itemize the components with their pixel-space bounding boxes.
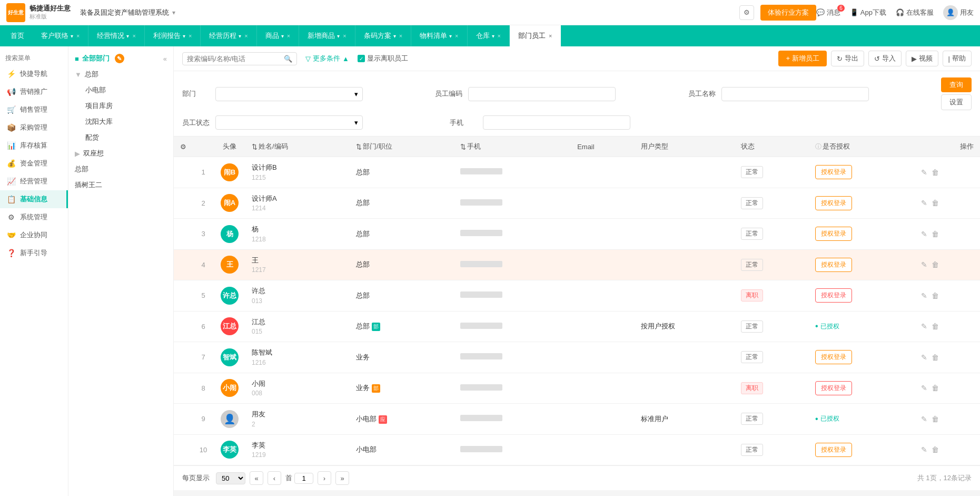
sidebar-item-marketing[interactable]: 📢 营销推广 <box>0 83 68 101</box>
dept-node-distribution[interactable]: 配货 <box>68 130 173 145</box>
search-button[interactable]: 查询 <box>941 77 972 92</box>
edit-icon[interactable]: ✎ <box>921 415 927 423</box>
delete-icon[interactable]: 🗑 <box>932 415 939 423</box>
edit-icon[interactable]: ✎ <box>921 230 927 238</box>
emp-code-input[interactable] <box>468 87 616 101</box>
dept-node-general2[interactable]: 总部 <box>68 161 173 177</box>
col-dept[interactable]: ⇅ 部门/职位 <box>350 137 454 157</box>
tab-goods[interactable]: 商品 ▾× <box>257 25 299 46</box>
edit-icon[interactable]: ✎ <box>921 291 927 300</box>
sort-dept[interactable]: ⇅ 部门/职位 <box>356 142 448 151</box>
dept-node-double-think[interactable]: ▶双座想 <box>68 145 173 161</box>
auth-login-button[interactable]: 授权登录 <box>815 443 852 457</box>
auth-login-button[interactable]: 授权登录 <box>815 258 852 272</box>
delete-icon[interactable]: 🗑 <box>932 199 939 207</box>
service-button[interactable]: 🎧 在线客服 <box>896 8 934 17</box>
sidebar-item-inventory[interactable]: 📊 库存核算 <box>0 137 68 154</box>
emp-name-input[interactable] <box>721 87 869 101</box>
tab-close-icon[interactable]: × <box>455 33 458 39</box>
sort-name[interactable]: ⇅ 姓名/编码 <box>252 142 343 151</box>
gear-button[interactable]: ⚙ <box>739 5 754 20</box>
sidebar-item-operation[interactable]: 📈 经营管理 <box>0 172 68 190</box>
search-input[interactable] <box>187 55 282 63</box>
help-button[interactable]: | 帮助 <box>943 51 972 66</box>
delete-icon[interactable]: 🗑 <box>932 260 939 269</box>
auth-login-button[interactable]: 授权登录 <box>815 227 852 241</box>
tab-profit[interactable]: 利润报告 ▾× <box>145 25 201 46</box>
tab-management[interactable]: 经营情况 ▾× <box>88 25 144 46</box>
dept-select[interactable]: ▾ <box>215 87 363 101</box>
delete-icon[interactable]: 🗑 <box>932 322 939 330</box>
import-button[interactable]: ↺ 导入 <box>868 51 902 66</box>
collapse-tree-button[interactable]: « <box>163 55 167 63</box>
status-select[interactable]: ▾ <box>215 115 363 130</box>
sidebar-item-finance[interactable]: 💰 资金管理 <box>0 154 68 172</box>
col-gear[interactable]: ⚙ <box>174 137 193 157</box>
tab-customer[interactable]: 客户联络 ▾× <box>33 25 88 46</box>
edit-icon[interactable]: ✎ <box>921 384 927 392</box>
dept-node-shenyang[interactable]: 沈阳大库 <box>68 114 173 130</box>
col-name[interactable]: ⇅ 姓名/编码 <box>245 137 350 157</box>
auth-login-button[interactable]: 授权登录 <box>815 288 852 303</box>
tab-close-icon[interactable]: × <box>244 33 248 39</box>
tab-dept-staff[interactable]: 部门员工 × <box>510 25 561 46</box>
edit-dept-icon[interactable]: ✎ <box>115 54 124 63</box>
auth-login-button[interactable]: 授权登录 <box>815 196 852 210</box>
video-button[interactable]: ▶ 视频 <box>906 51 938 66</box>
user-menu[interactable]: 👤 用友 <box>943 5 974 20</box>
delete-icon[interactable]: 🗑 <box>932 230 939 238</box>
sidebar-search-input[interactable] <box>5 54 68 62</box>
dept-node-project[interactable]: 项目库房 <box>68 98 173 114</box>
tab-close-icon[interactable]: × <box>549 33 552 39</box>
delete-icon[interactable]: 🗑 <box>932 384 939 392</box>
delete-icon[interactable]: 🗑 <box>932 291 939 300</box>
auth-login-button[interactable]: 授权登录 <box>815 165 852 179</box>
tab-barcode[interactable]: 条码方案 ▾× <box>355 25 411 46</box>
prev-page-button[interactable]: ‹ <box>268 471 281 485</box>
settings-button[interactable]: 设置 <box>941 94 972 110</box>
delete-icon[interactable]: 🗑 <box>932 353 939 362</box>
app-download-button[interactable]: 📱 App下载 <box>850 8 886 17</box>
dropdown-arrow-icon[interactable]: ▾ <box>172 9 175 16</box>
delete-icon[interactable]: 🗑 <box>932 445 939 454</box>
tab-warehouse[interactable]: 仓库 ▾× <box>468 25 510 46</box>
page-size-select[interactable]: 50 100 200 <box>216 472 245 484</box>
auth-login-button[interactable]: 授权登录 <box>815 381 852 395</box>
tab-close-icon[interactable]: × <box>189 33 192 39</box>
col-phone[interactable]: ⇅ 手机 <box>454 137 571 157</box>
more-conditions-button[interactable]: ▽ 更多条件 ▲ <box>301 52 353 65</box>
sidebar-item-system[interactable]: ⚙ 系统管理 <box>0 208 68 226</box>
dept-node-dummy-king[interactable]: 插树王二 <box>68 177 173 193</box>
edit-icon[interactable]: ✎ <box>921 445 927 454</box>
tab-history[interactable]: 经营历程 ▾× <box>201 25 256 46</box>
auth-login-button[interactable]: 授权登录 <box>815 350 852 364</box>
show-resign-checkbox[interactable]: ✓ <box>358 55 365 62</box>
message-button[interactable]: 💬 消息 6 <box>816 8 840 17</box>
edit-icon[interactable]: ✎ <box>921 322 927 330</box>
edit-icon[interactable]: ✎ <box>921 168 927 177</box>
tab-material[interactable]: 物料清单 ▾× <box>411 25 467 46</box>
tab-close-icon[interactable]: × <box>76 33 80 39</box>
sidebar-item-guide[interactable]: ❓ 新手引导 <box>0 244 68 262</box>
tab-close-icon[interactable]: × <box>498 33 501 39</box>
tab-home[interactable]: 首页 <box>2 25 33 46</box>
delete-icon[interactable]: 🗑 <box>932 168 939 177</box>
edit-icon[interactable]: ✎ <box>921 353 927 362</box>
add-employee-button[interactable]: + 新增员工 <box>778 51 826 66</box>
phone-input[interactable] <box>483 115 630 130</box>
edit-icon[interactable]: ✎ <box>921 260 927 269</box>
edit-icon[interactable]: ✎ <box>921 199 927 207</box>
trial-button[interactable]: 体验行业方案 <box>760 5 816 21</box>
sidebar-item-quick[interactable]: ⚡ 快捷导航 <box>0 65 68 83</box>
tab-close-icon[interactable]: × <box>399 33 402 39</box>
sidebar-item-enterprise[interactable]: 🤝 企业协同 <box>0 226 68 244</box>
show-resign-toggle[interactable]: ✓ 显示离职员工 <box>358 54 408 63</box>
sidebar-item-purchase[interactable]: 📦 采购管理 <box>0 119 68 137</box>
sidebar-item-basic[interactable]: 📋 基础信息 <box>0 190 68 208</box>
next-page-button[interactable]: › <box>318 471 331 485</box>
sidebar-item-sales[interactable]: 🛒 销售管理 <box>0 101 68 119</box>
tab-close-icon[interactable]: × <box>287 33 290 39</box>
sort-phone[interactable]: ⇅ 手机 <box>460 142 565 151</box>
page-number-input[interactable] <box>294 473 313 484</box>
first-page-button[interactable]: « <box>250 471 263 485</box>
